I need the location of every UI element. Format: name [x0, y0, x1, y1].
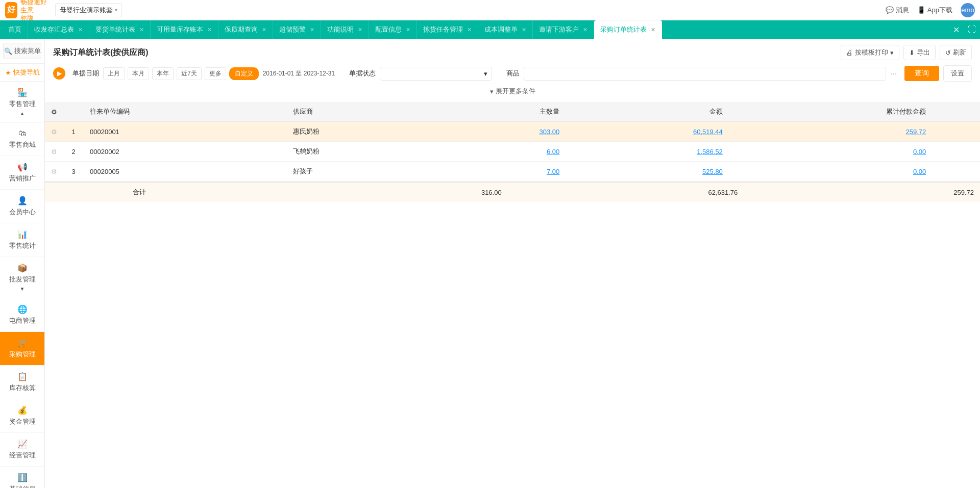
tab-purchase-stats-close[interactable]: ✕	[651, 27, 655, 33]
gear-settings-icon[interactable]: ⚙	[51, 108, 57, 116]
user-avatar-btn[interactable]: demo2	[961, 3, 975, 17]
footer-quantity: 316.00	[265, 189, 502, 196]
row-paid-amount[interactable]: 0.00	[729, 142, 932, 162]
row-amount[interactable]: 1,586.52	[566, 142, 729, 162]
nav-icon: ★	[5, 69, 11, 76]
date-btn-7days[interactable]: 近7天	[177, 67, 202, 80]
sidebar-item-wholesale-mgmt[interactable]: 📦 批发管理 ▼	[0, 257, 44, 298]
tab-overstock-warning-close[interactable]: ✕	[310, 27, 314, 33]
table-row[interactable]: ⚙ 1 00020001 惠氏奶粉 303.00 60,519.44 259.7…	[45, 122, 980, 142]
tab-cost-adjust-label: 成本调整单	[484, 25, 518, 34]
logo-icon: 好	[5, 2, 17, 18]
goods-more-icon[interactable]: ···	[890, 69, 896, 78]
messages-btn[interactable]: 💬 消息	[886, 6, 909, 15]
tab-config-info[interactable]: 配置信息 ✕	[369, 20, 417, 39]
row-index: 1	[63, 122, 84, 142]
status-select[interactable]: ▾	[380, 67, 492, 81]
row-paid-amount[interactable]: 0.00	[729, 162, 932, 182]
retail-stats-icon: 📊	[17, 229, 28, 239]
app-download-btn[interactable]: 📱 App下载	[917, 6, 952, 15]
date-btn-custom[interactable]: 自定义	[229, 67, 259, 80]
row-amount[interactable]: 60,519.44	[566, 122, 729, 142]
sidebar: 🔍 搜索菜单 ★ 快捷导航 🏪 零售管理 ▲ 🛍 零售商城 📢 营销推广 👤 会…	[0, 39, 45, 488]
sidebar-item-basic-info[interactable]: ℹ️ 基础信息	[0, 467, 44, 488]
col-gear[interactable]: ⚙	[45, 102, 63, 122]
table-header-row: ⚙ 往来单位编码 供应商 主数量 金额 累计付款金额	[45, 102, 980, 122]
date-btn-more[interactable]: 更多	[205, 67, 226, 80]
tab-picking-task[interactable]: 拣货任务管理 ✕	[417, 20, 478, 39]
date-btn-last-month[interactable]: 上月	[103, 67, 125, 80]
tab-invite-downstream-close[interactable]: ✕	[583, 27, 587, 33]
tab-receive-send[interactable]: 收发存汇总表 ✕	[28, 20, 89, 39]
sidebar-item-purchase-mgmt[interactable]: 🛒 采购管理	[0, 332, 44, 366]
date-btn-this-month[interactable]: 本月	[128, 67, 149, 80]
sidebar-item-member-center[interactable]: 👤 会员中心	[0, 190, 44, 223]
tab-requisition-stats[interactable]: 要货单统计表 ✕	[89, 20, 151, 39]
wholesale-mgmt-arrow-icon: ▼	[20, 286, 25, 292]
row-quantity[interactable]: 7.00	[438, 162, 566, 182]
member-center-icon: 👤	[17, 196, 28, 206]
table-footer: 合计 316.00 62,631.76 259.72	[45, 182, 980, 202]
query-btn[interactable]: 查询	[904, 66, 939, 81]
tab-overstock-warning-label: 超储预警	[279, 25, 306, 34]
date-btn-this-year[interactable]: 本年	[152, 67, 174, 80]
marketing-icon: 📢	[17, 162, 28, 172]
nav-close-btn[interactable]: ✕	[951, 23, 962, 37]
main-layout: 🔍 搜索菜单 ★ 快捷导航 🏪 零售管理 ▲ 🛍 零售商城 📢 营销推广 👤 会…	[0, 39, 980, 488]
top-right: 💬 消息 📱 App下载 demo2	[886, 3, 975, 17]
sidebar-item-marketing[interactable]: 📢 营销推广	[0, 156, 44, 190]
retail-mgmt-arrow-icon: ▲	[20, 111, 25, 116]
tab-function-desc-close[interactable]: ✕	[358, 27, 362, 33]
sidebar-item-ecommerce-mgmt[interactable]: 🌐 电商管理	[0, 298, 44, 332]
export-btn[interactable]: ⬇ 导出	[903, 45, 936, 60]
workspace-label: 母婴行业演示账套	[60, 6, 113, 15]
table-row[interactable]: ⚙ 3 00020005 好孩子 7.00 525.80 0.00	[45, 162, 980, 182]
tab-purchase-stats[interactable]: 采购订单统计表 ✕	[594, 20, 662, 39]
tab-expiry-query[interactable]: 保质期查询 ✕	[218, 20, 273, 39]
sidebar-item-capital-mgmt-label: 资金管理	[9, 417, 36, 426]
sidebar-item-inventory-check[interactable]: 📋 库存核算	[0, 366, 44, 399]
page-title: 采购订单统计表(按供应商)	[53, 47, 149, 58]
row-quantity[interactable]: 303.00	[438, 122, 566, 142]
sidebar-quick-nav-btn[interactable]: ★ 快捷导航	[0, 64, 44, 82]
tab-picking-task-close[interactable]: ✕	[467, 27, 472, 33]
tab-config-info-close[interactable]: ✕	[406, 27, 410, 33]
tab-cost-adjust-close[interactable]: ✕	[522, 27, 526, 33]
print-btn[interactable]: 🖨 按模板打印 ▾	[841, 45, 899, 60]
filter-toggle-btn[interactable]: ▶	[53, 67, 65, 80]
row-gear[interactable]: ⚙	[45, 122, 63, 142]
tab-home[interactable]: 首页	[2, 20, 28, 39]
row-quantity[interactable]: 6.00	[438, 142, 566, 162]
tab-requisition-stats-close[interactable]: ✕	[139, 27, 144, 33]
table-row[interactable]: ⚙ 2 00020002 飞鹤奶粉 6.00 1,586.52 0.00	[45, 142, 980, 162]
row-paid-amount[interactable]: 259.72	[729, 122, 932, 142]
row-amount[interactable]: 525.80	[566, 162, 729, 182]
tab-expiry-query-close[interactable]: ✕	[262, 27, 266, 33]
row-gear[interactable]: ⚙	[45, 162, 63, 182]
tab-receive-send-label: 收发存汇总表	[34, 25, 74, 34]
tab-function-desc[interactable]: 功能说明 ✕	[321, 20, 369, 39]
workspace-selector[interactable]: 母婴行业演示账套 ▾	[55, 3, 122, 17]
tab-overstock-warning[interactable]: 超储预警 ✕	[273, 20, 321, 39]
sidebar-item-retail-mgmt[interactable]: 🏪 零售管理 ▲	[0, 82, 44, 123]
tab-available-stock-close[interactable]: ✕	[207, 27, 212, 33]
tab-receive-send-close[interactable]: ✕	[78, 27, 83, 33]
tab-purchase-stats-label: 采购订单统计表	[600, 25, 647, 34]
search-menu-btn[interactable]: 🔍 搜索菜单	[3, 43, 41, 59]
sidebar-item-retail-shop[interactable]: 🛍 零售商城	[0, 123, 44, 156]
goods-input[interactable]	[524, 67, 886, 81]
settings-btn[interactable]: 设置	[943, 65, 972, 82]
refresh-btn[interactable]: ↺ 刷新	[940, 45, 972, 60]
expand-more-btn[interactable]: ▾ 展开更多条件	[488, 85, 537, 98]
sidebar-item-capital-mgmt[interactable]: 💰 资金管理	[0, 399, 44, 433]
purchase-mgmt-icon: 🛒	[17, 338, 28, 348]
sidebar-item-retail-stats[interactable]: 📊 零售统计	[0, 223, 44, 257]
row-gear-icon: ⚙	[51, 128, 57, 136]
tab-available-stock[interactable]: 可用量库存账本 ✕	[151, 20, 218, 39]
tab-cost-adjust[interactable]: 成本调整单 ✕	[478, 20, 533, 39]
row-gear[interactable]: ⚙	[45, 142, 63, 162]
sidebar-item-operation-mgmt[interactable]: 📈 经营管理	[0, 433, 44, 467]
tab-invite-downstream[interactable]: 邀请下游客户 ✕	[533, 20, 594, 39]
row-supplier: 惠氏奶粉	[287, 122, 438, 142]
nav-restore-btn[interactable]: ⛶	[966, 23, 978, 36]
